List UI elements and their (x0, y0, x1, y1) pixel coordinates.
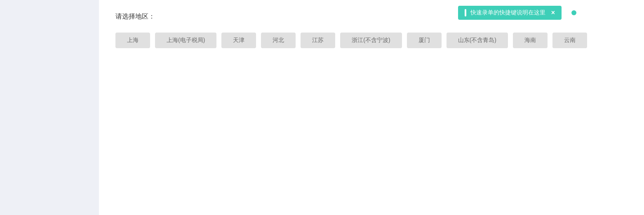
region-button[interactable]: 天津 (221, 33, 256, 48)
tooltip-dot (571, 10, 576, 15)
tooltip-text: 快速录单的快捷键说明在这里 (470, 9, 545, 16)
region-button[interactable]: 河北 (261, 33, 296, 48)
region-button[interactable]: 厦门 (407, 33, 442, 48)
tooltip-banner: 快速录单的快捷键说明在这里 × (458, 6, 562, 20)
main-content: 请选择地区： 上海上海(电子税局)天津河北江苏浙江(不含宁波)厦门山东(不含青岛… (99, 0, 644, 215)
left-sidebar (0, 0, 99, 215)
region-button[interactable]: 上海(电子税局) (155, 33, 216, 48)
region-button[interactable]: 江苏 (301, 33, 335, 48)
region-button[interactable]: 海南 (513, 33, 548, 48)
region-button[interactable]: 上海 (115, 33, 150, 48)
region-grid: 上海上海(电子税局)天津河北江苏浙江(不含宁波)厦门山东(不含青岛)海南云南 (115, 33, 628, 48)
region-button[interactable]: 山东(不含青岛) (447, 33, 508, 48)
region-button[interactable]: 云南 (552, 33, 587, 48)
tooltip-bar-icon (465, 9, 466, 16)
region-button[interactable]: 浙江(不含宁波) (340, 33, 402, 48)
tooltip-close-button[interactable]: × (551, 9, 555, 16)
